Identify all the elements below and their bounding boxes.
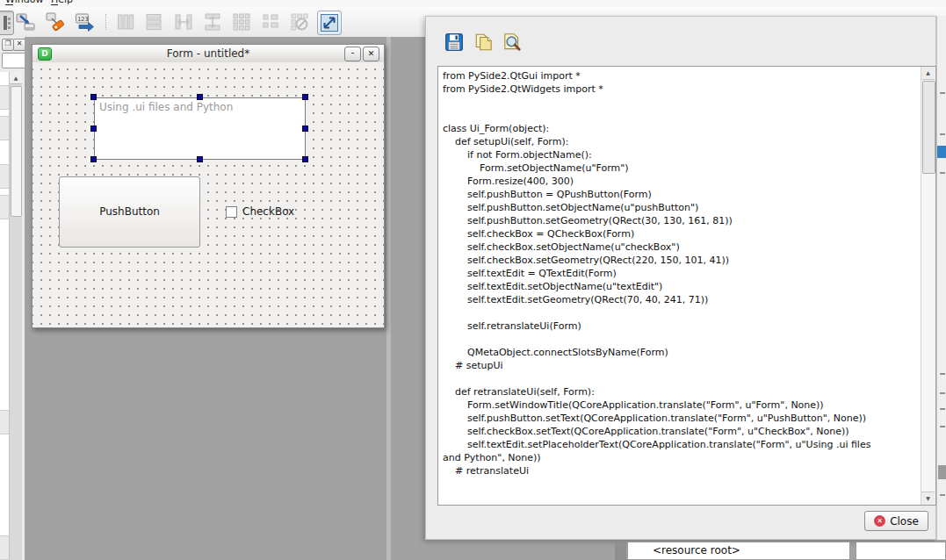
resource-tree-panel[interactable]: <resource root> xyxy=(627,542,850,560)
close-button[interactable]: ✕ Close xyxy=(864,511,928,531)
layout-horizontal-icon[interactable] xyxy=(114,11,137,33)
tree-branch-mark xyxy=(940,172,945,174)
tree-branch-mark xyxy=(940,133,945,135)
resource-root-item[interactable]: <resource root> xyxy=(653,544,740,556)
menu-bar: Window Help xyxy=(0,0,946,7)
edit-widgets-icon[interactable] xyxy=(0,11,14,35)
mnemonic-underline xyxy=(51,4,58,5)
mnemonic-underline xyxy=(5,4,13,5)
close-window-button[interactable]: ✕ xyxy=(363,47,379,61)
resource-detail-panel[interactable] xyxy=(856,542,946,560)
tree-branch-mark xyxy=(940,392,945,394)
save-icon[interactable] xyxy=(444,32,466,54)
close-button-label: Close xyxy=(890,515,919,528)
scroll-up-icon[interactable]: ▲ xyxy=(10,72,22,84)
textedit-widget[interactable]: Using .ui files and Python xyxy=(94,97,306,160)
selection-handle[interactable] xyxy=(197,156,203,162)
form-canvas[interactable]: Using .ui files and Python PushButton Ch… xyxy=(32,62,384,327)
close-x-icon: ✕ xyxy=(874,515,885,527)
toolbar-separator xyxy=(105,14,106,30)
selection-handle[interactable] xyxy=(197,94,203,100)
form-window-titlebar[interactable]: D Form - untitled* - ✕ xyxy=(32,45,384,63)
selection-handle[interactable] xyxy=(90,126,97,132)
form-window-title: Form - untitled* xyxy=(32,45,384,62)
dock-close-icon[interactable]: ✕ xyxy=(13,39,25,51)
scrollbar-fragment xyxy=(938,465,946,479)
minimize-button[interactable]: - xyxy=(344,47,361,61)
layout-form-icon[interactable] xyxy=(259,11,282,33)
layout-vertical-splitter-icon[interactable] xyxy=(201,11,224,33)
checkbox-widget[interactable]: CheckBox xyxy=(226,194,314,230)
widget-list[interactable] xyxy=(0,72,9,560)
scroll-up-icon[interactable]: ▲ xyxy=(921,67,935,80)
edit-buddies-icon[interactable] xyxy=(44,11,67,33)
widget-filter-input[interactable] xyxy=(2,53,25,68)
code-view[interactable]: from PySide2.QtGui import * from PySide2… xyxy=(437,66,936,506)
selection-handle[interactable] xyxy=(90,156,97,162)
adjust-size-icon[interactable] xyxy=(317,11,342,35)
pushbutton-label: PushButton xyxy=(99,205,160,218)
tree-branch-mark xyxy=(940,494,945,496)
checkbox-label: CheckBox xyxy=(242,205,294,218)
edit-signals-slots-icon[interactable] xyxy=(14,11,37,33)
selection-handle[interactable] xyxy=(302,94,308,100)
form-editor-window: D Form - untitled* - ✕ Using .ui files a… xyxy=(32,44,385,328)
selected-row-fragment xyxy=(937,146,946,158)
layout-vertical-icon[interactable] xyxy=(142,11,165,33)
right-dock-sliver xyxy=(936,16,946,540)
widget-box-scrollbar[interactable]: ▲ xyxy=(9,72,22,560)
tree-branch-mark xyxy=(940,426,945,427)
code-scrollbar[interactable]: ▲ ▼ xyxy=(921,67,935,505)
code-preview-dialog: from PySide2.QtGui import * from PySide2… xyxy=(425,16,936,540)
scroll-down-icon[interactable]: ▼ xyxy=(921,492,935,505)
tree-branch-mark xyxy=(940,92,945,94)
copy-icon[interactable] xyxy=(473,32,495,54)
edit-tab-order-icon[interactable]: 123 xyxy=(74,11,97,33)
selection-handle[interactable] xyxy=(302,156,308,162)
qt-designer-screen: Window Help 123 xyxy=(0,0,946,560)
pushbutton-widget[interactable]: PushButton xyxy=(59,176,200,248)
scrollbar-thumb[interactable] xyxy=(922,81,935,174)
selection-handle[interactable] xyxy=(90,94,97,100)
checkbox-box[interactable] xyxy=(226,206,237,218)
layout-horizontal-splitter-icon[interactable] xyxy=(172,11,195,33)
dock-float-icon[interactable]: ❐ xyxy=(2,39,14,51)
mdi-splitter[interactable] xyxy=(386,37,391,560)
textedit-placeholder: Using .ui files and Python xyxy=(99,101,233,113)
widget-box-dock: ❐ ✕ ▲ xyxy=(0,37,25,560)
tree-branch-mark xyxy=(940,408,945,410)
generated-code[interactable]: from PySide2.QtGui import * from PySide2… xyxy=(443,69,920,477)
selection-handle[interactable] xyxy=(302,126,308,132)
svg-text:123: 123 xyxy=(77,16,88,23)
tree-branch-mark xyxy=(940,373,945,375)
resource-dock-fragment xyxy=(615,542,626,560)
layout-grid-icon[interactable] xyxy=(230,11,253,33)
find-icon[interactable] xyxy=(502,32,523,54)
break-layout-icon[interactable] xyxy=(288,11,311,33)
scrollbar-thumb[interactable] xyxy=(11,86,22,217)
